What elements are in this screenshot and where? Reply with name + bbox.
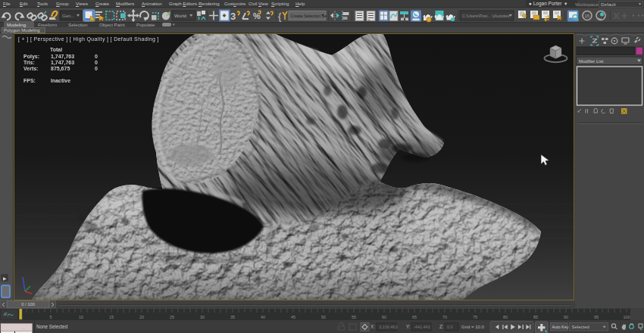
svg-text:55: 55 bbox=[352, 315, 356, 319]
svg-text:30: 30 bbox=[200, 315, 205, 319]
svg-text:Modifier List: Modifier List bbox=[579, 59, 604, 64]
svg-text:100: 100 bbox=[623, 315, 630, 319]
svg-text:None Selected: None Selected bbox=[36, 324, 68, 329]
svg-text:0 / 100: 0 / 100 bbox=[21, 302, 35, 307]
svg-text:90: 90 bbox=[564, 315, 568, 319]
svg-text:%: % bbox=[253, 11, 261, 20]
svg-text:70: 70 bbox=[442, 315, 447, 319]
svg-text:15: 15 bbox=[585, 14, 590, 18]
svg-text:35: 35 bbox=[230, 315, 235, 319]
svg-text:5: 5 bbox=[49, 315, 52, 319]
svg-text:Y:: Y: bbox=[406, 324, 411, 329]
svg-text:World: World bbox=[174, 13, 187, 18]
svg-text:80: 80 bbox=[503, 315, 508, 319]
svg-text:85: 85 bbox=[533, 315, 538, 319]
svg-text:Selected: Selected bbox=[572, 325, 589, 329]
svg-text:Grid = 10.0: Grid = 10.0 bbox=[461, 325, 485, 329]
svg-text:{: { bbox=[278, 11, 282, 22]
svg-text:45: 45 bbox=[291, 315, 295, 319]
svg-text:Auto Key: Auto Key bbox=[552, 325, 569, 329]
svg-text:25: 25 bbox=[170, 315, 174, 319]
svg-text:Gen...: Gen... bbox=[62, 14, 75, 18]
svg-text:60: 60 bbox=[382, 315, 386, 319]
svg-text:40: 40 bbox=[261, 315, 265, 319]
svg-text:...: ... bbox=[22, 325, 25, 330]
svg-text:20: 20 bbox=[139, 315, 144, 319]
svg-text:50: 50 bbox=[321, 315, 326, 319]
svg-text:3,106.463: 3,106.463 bbox=[379, 325, 397, 329]
svg-text:Create Selection Se: Create Selection Se bbox=[291, 14, 327, 18]
svg-text:10: 10 bbox=[79, 315, 83, 319]
svg-text:95: 95 bbox=[594, 315, 599, 319]
svg-text:C:\Users\Post... \(Autodes: C:\Users\Post... \(Autodes bbox=[462, 14, 510, 18]
svg-text:0.0: 0.0 bbox=[447, 325, 453, 329]
svg-text:X:: X: bbox=[370, 324, 375, 329]
svg-text:75: 75 bbox=[473, 315, 477, 319]
svg-text:65: 65 bbox=[412, 315, 417, 319]
svg-text:Z:: Z: bbox=[439, 324, 444, 329]
svg-text:3: 3 bbox=[230, 11, 236, 22]
svg-text:-441.443: -441.443 bbox=[414, 325, 430, 329]
svg-text:15: 15 bbox=[109, 315, 114, 319]
